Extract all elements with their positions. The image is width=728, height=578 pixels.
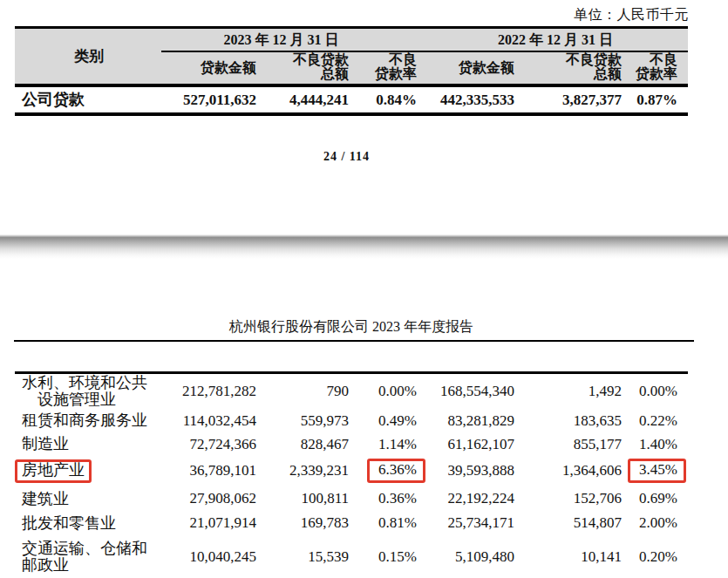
table-cell-value: 1,492 xyxy=(536,374,622,408)
table-cell-value: 10,040,245 xyxy=(163,535,256,578)
table-row: 房地产业36,789,1012,339,2316.36%39,593,8881,… xyxy=(15,455,688,486)
table-row-corporate-loans: 公司贷款527,011,6324,444,2410.84%442,335,533… xyxy=(15,87,688,112)
highlight-box-npl-ratio: 6.36% xyxy=(367,459,425,483)
table-cell-value: 6.36% xyxy=(356,455,417,486)
table-cell-value: 27,908,062 xyxy=(163,486,256,511)
loan-table-page2: 水利、环境和公共设施管理业212,781,2827900.00%168,554,… xyxy=(15,371,688,578)
table-cell-value: 2.00% xyxy=(616,511,677,535)
report-title-rule xyxy=(14,340,694,342)
table-cell-value: 828,467 xyxy=(268,433,349,455)
label-line: 租赁和商务服务业 xyxy=(22,412,147,429)
table-cell-value: 36,789,101 xyxy=(163,455,256,486)
table-cell-industry-label: 房地产业 xyxy=(22,455,180,486)
table-cell-value: 39,593,888 xyxy=(429,455,514,486)
pdf-page-view: 单位：人民币千元 类别 2023 年 12 月 31 日 2022 年 12 月… xyxy=(0,0,728,578)
page-separator xyxy=(0,235,728,259)
table-cell-value: 22,192,224 xyxy=(429,486,514,511)
column-group-2023: 2023 年 12 月 31 日 xyxy=(154,31,408,50)
table-cell-value: 5,109,480 xyxy=(429,535,514,578)
table-cell-industry-label: 建筑业 xyxy=(22,486,180,511)
column-group-2022: 2022 年 12 月 31 日 xyxy=(429,31,682,50)
table-cell-value: 21,071,914 xyxy=(163,511,256,535)
table-bottom-border xyxy=(15,112,688,116)
table-cell-value: 1.14% xyxy=(356,433,417,455)
table-cell-value: 0.84% xyxy=(356,87,417,112)
table-cell-value: 10,141 xyxy=(536,535,622,578)
label-line: 水利、环境和公共 xyxy=(22,375,147,391)
table-row: 批发和零售业21,071,914169,7830.81%25,734,17151… xyxy=(15,511,688,535)
table-cell-value: 0.00% xyxy=(356,374,417,408)
label-line: 交通运输、仓储和 xyxy=(22,541,147,557)
table-cell-industry-label: 交通运输、仓储和邮政业 xyxy=(22,535,180,578)
table-cell-value: 169,783 xyxy=(268,511,349,535)
table-cell-industry-label: 公司贷款 xyxy=(22,87,180,112)
table-cell-value: 514,807 xyxy=(536,511,622,535)
table-cell-industry-label: 批发和零售业 xyxy=(22,511,180,535)
table-row: 制造业72,724,366828,4671.14%61,162,107855,1… xyxy=(15,433,688,455)
table-cell-value: 72,724,366 xyxy=(163,433,256,455)
table-cell-value: 0.87% xyxy=(616,87,677,112)
page-number: 24 / 114 xyxy=(0,150,693,164)
table-cell-value: 3.45% xyxy=(616,455,677,486)
table-row: 交通运输、仓储和邮政业10,040,24515,5390.15%5,109,48… xyxy=(15,535,688,578)
table-cell-value: 1,364,606 xyxy=(536,455,622,486)
table-cell-value: 0.20% xyxy=(616,535,677,578)
table-cell-value: 0.15% xyxy=(356,535,417,578)
table-cell-value: 114,032,454 xyxy=(163,408,256,433)
unit-label: 单位：人民币千元 xyxy=(574,6,689,24)
table-cell-industry-label: 租赁和商务服务业 xyxy=(22,408,180,433)
table-cell-value: 168,554,340 xyxy=(429,374,514,408)
table-cell-value: 183,635 xyxy=(536,408,622,433)
table-cell-value: 0.81% xyxy=(356,511,417,535)
table-cell-industry-label: 制造业 xyxy=(22,433,180,455)
label-line: 批发和零售业 xyxy=(22,515,116,532)
table-cell-value: 2,339,231 xyxy=(268,455,349,486)
table-cell-value: 855,177 xyxy=(536,433,622,455)
highlight-box-npl-ratio: 3.45% xyxy=(628,459,686,483)
table-cell-value: 4,444,241 xyxy=(268,87,349,112)
label-line: 公司贷款 xyxy=(22,92,85,108)
table-row: 水利、环境和公共设施管理业212,781,2827900.00%168,554,… xyxy=(15,374,688,408)
table-row: 租赁和商务服务业114,032,454559,9730.49%83,281,82… xyxy=(15,408,688,433)
table-cell-value: 15,539 xyxy=(268,535,349,578)
column-header-npl-total-2022: 不良贷款 总额 xyxy=(536,53,622,81)
table-cell-value: 0.22% xyxy=(616,408,677,433)
column-header-npl-total-2023: 不良贷款 总额 xyxy=(268,53,349,81)
label-line: 制造业 xyxy=(22,436,69,452)
table-cell-value: 0.49% xyxy=(356,408,417,433)
label-line: 邮政业 xyxy=(22,557,69,574)
table-cell-value: 212,781,282 xyxy=(163,374,256,408)
label-line: 建筑业 xyxy=(22,491,69,507)
report-title: 杭州银行股份有限公司 2023 年年度报告 xyxy=(15,318,688,337)
table-cell-value: 442,335,533 xyxy=(429,87,514,112)
table-cell-value: 83,281,829 xyxy=(429,408,514,433)
table-cell-value: 61,162,107 xyxy=(429,433,514,455)
table-cell-value: 1.40% xyxy=(616,433,677,455)
table-cell-value: 527,011,632 xyxy=(163,87,256,112)
table-cell-value: 3,827,377 xyxy=(536,87,622,112)
table-cell-value: 100,811 xyxy=(268,486,349,511)
column-header-loan-amount-2022: 贷款金额 xyxy=(429,61,514,75)
table-cell-industry-label: 水利、环境和公共设施管理业 xyxy=(22,374,180,408)
table-cell-value: 790 xyxy=(268,374,349,408)
highlight-box-industry: 房地产业 xyxy=(15,459,92,483)
table-cell-value: 559,973 xyxy=(268,408,349,433)
table-row: 建筑业27,908,062100,8110.36%22,192,224152,7… xyxy=(15,486,688,511)
label-line: 设施管理业 xyxy=(22,391,116,408)
loan-table-page1: 类别 2023 年 12 月 31 日 2022 年 12 月 31 日 贷款金… xyxy=(15,26,688,116)
table-cell-value: 0.00% xyxy=(616,374,677,408)
table-cell-value: 152,706 xyxy=(536,486,622,511)
column-header-npl-ratio-2023: 不良 贷款率 xyxy=(356,53,417,81)
table-cell-value: 0.69% xyxy=(616,486,677,511)
table-cell-value: 0.36% xyxy=(356,486,417,511)
table-cell-value: 25,734,171 xyxy=(429,511,514,535)
column-header-npl-ratio-2022: 不良 贷款率 xyxy=(616,53,677,81)
industry-rows: 水利、环境和公共设施管理业212,781,2827900.00%168,554,… xyxy=(15,374,688,578)
column-header-loan-amount-2023: 贷款金额 xyxy=(163,61,256,75)
column-header-category: 类别 xyxy=(15,29,163,84)
